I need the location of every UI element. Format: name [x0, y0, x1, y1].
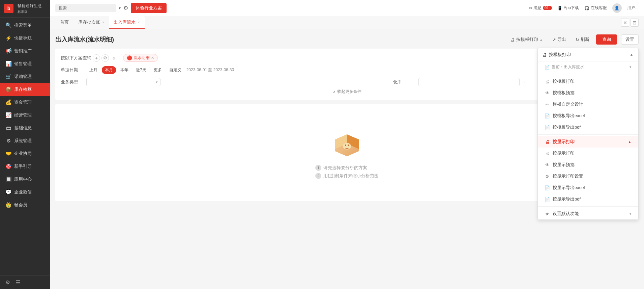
- logo-text: 畅捷通好生意: [18, 3, 42, 9]
- empty-tips: 1 请先选择要分析的方案 2 用[过滤]条件来缩小分析范围: [315, 165, 378, 181]
- biz-type-select[interactable]: [86, 78, 160, 86]
- sidebar-item-search[interactable]: 🔍 搜索菜单: [0, 19, 50, 32]
- dropdown-item-display-print[interactable]: 🖨 按显示打印: [538, 148, 638, 159]
- sidebar-item-basic[interactable]: 🗃 基础信息: [0, 122, 50, 134]
- cooperation-icon: 🤝: [5, 151, 11, 157]
- export-button[interactable]: ↗ 导出: [550, 35, 569, 44]
- sidebar: b 畅捷通好生意 标准版 🔍 搜索菜单 ⚡ 快捷导航 📢 营销推广 📊 销售管理…: [0, 0, 50, 289]
- sidebar-item-marketing[interactable]: 📢 营销推广: [0, 45, 50, 57]
- sidebar-item-finance[interactable]: 💰 资金管理: [0, 96, 50, 109]
- template-custom-icon: ✏: [545, 102, 550, 107]
- sidebar-item-member[interactable]: 👑 畅会员: [0, 199, 50, 211]
- display-preview-icon: 👁: [545, 162, 550, 167]
- filter-collapse-button[interactable]: «: [110, 54, 118, 62]
- set-default-icon: ★: [545, 211, 550, 216]
- empty-tip-2: 2 用[过滤]条件来缩小分析范围: [315, 173, 378, 179]
- sidebar-item-operation[interactable]: 📈 经营管理: [0, 109, 50, 122]
- message-icon: ✉: [529, 6, 532, 10]
- sidebar-item-cooperation[interactable]: 🤝 企业协同: [0, 147, 50, 160]
- filter-tag-close[interactable]: ✕: [151, 56, 154, 60]
- system-icon: ⚙: [5, 138, 11, 144]
- dropdown-item-display-excel[interactable]: 📄 按显示导出excel: [538, 182, 638, 193]
- dropdown-item-template-preview[interactable]: 👁 按模板预览: [538, 87, 638, 99]
- dropdown-current: 📄 当前：出入库流水 ▾: [538, 61, 638, 73]
- template-print-icon: 🖨: [545, 79, 550, 84]
- warehouse-label: 仓库: [393, 79, 413, 85]
- sidebar-item-purchase[interactable]: 🛒 采购管理: [0, 70, 50, 83]
- operation-icon: 📈: [5, 112, 11, 118]
- dropdown-item-set-default[interactable]: ★ 设置默认功能 ▾: [538, 208, 638, 219]
- topbar-search-input[interactable]: [55, 4, 116, 12]
- template-excel-icon: 📄: [545, 113, 550, 119]
- dropdown-section-display[interactable]: 🖨 按显示打印 ▲: [538, 136, 638, 148]
- warehouse-more-icon[interactable]: ···: [522, 79, 527, 85]
- search-nav-icon: 🔍: [5, 22, 11, 28]
- topbar-dropdown-arrow[interactable]: ▾: [119, 6, 121, 10]
- industry-solution-button[interactable]: 体验行业方案: [131, 3, 167, 13]
- sidebar-item-system[interactable]: ⚙ 系统管理: [0, 134, 50, 147]
- tab-home[interactable]: 首页: [55, 16, 74, 29]
- date-quick-buttons: 上月 本月 本年 近7天 更多 自定义: [86, 66, 184, 74]
- dropdown-item-template-excel[interactable]: 📄 按模板导出excel: [538, 110, 638, 122]
- page-header: 出入库流水(流水明细) 🖨 按模板打印 ▲ ↗ 导出 ↻ 刷新: [55, 34, 639, 45]
- tab-batch[interactable]: 库存批次账 ×: [74, 16, 109, 29]
- guide-icon: 🎯: [5, 163, 11, 169]
- filter-setting-button[interactable]: ⚙: [101, 54, 109, 62]
- sidebar-item-sales[interactable]: 📊 销售管理: [0, 57, 50, 70]
- sidebar-item-inventory[interactable]: 📦 库存核算: [0, 83, 50, 96]
- setup-button[interactable]: 设置: [621, 34, 639, 45]
- warehouse-input[interactable]: [418, 78, 520, 86]
- wechat-icon: 💬: [5, 189, 11, 195]
- sidebar-settings-icon[interactable]: ⚙: [5, 279, 10, 286]
- refresh-button[interactable]: ↻ 刷新: [573, 35, 592, 44]
- set-default-arrow: ▾: [630, 212, 632, 216]
- topbar-online-service[interactable]: 🎧 在线客服: [584, 5, 607, 11]
- tabs-bar: 首页 库存批次账 × 出入库流水 × ✕ ⊡: [50, 16, 644, 29]
- query-button[interactable]: 查询: [596, 34, 617, 45]
- page-title: 出入库流水(流水明细): [55, 35, 114, 44]
- topbar-messages[interactable]: ✉ 消息 99+: [529, 5, 552, 11]
- dropdown-item-display-pdf[interactable]: 📄 按显示导出pdf: [538, 193, 638, 205]
- tab-flow[interactable]: 出入库流水 ×: [109, 16, 144, 29]
- purchase-icon: 🛒: [5, 74, 11, 80]
- message-label: 消息: [533, 5, 541, 11]
- sidebar-item-apps[interactable]: 🔲 应用中心: [0, 173, 50, 186]
- tab-flow-close[interactable]: ×: [138, 20, 140, 24]
- phone-icon: 📱: [557, 6, 562, 10]
- date-btn-last-month[interactable]: 上月: [86, 66, 100, 74]
- topbar-app-download[interactable]: 📱 App下载: [557, 5, 579, 11]
- display-excel-icon: 📄: [545, 185, 550, 190]
- filter-add-button[interactable]: +: [93, 54, 100, 62]
- dropdown-item-display-settings[interactable]: ⚙ 按显示打印设置: [538, 170, 638, 182]
- sidebar-menu-icon[interactable]: ☰: [16, 279, 20, 286]
- dropdown-collapse-arrow[interactable]: ▲: [630, 52, 634, 57]
- dropdown-item-template-custom[interactable]: ✏ 模板自定义设计: [538, 99, 638, 110]
- username-label: 用户...: [627, 5, 639, 11]
- tab-batch-close[interactable]: ×: [102, 20, 104, 24]
- print-dropdown-arrow: ▲: [539, 38, 543, 42]
- date-btn-this-month[interactable]: 本月: [102, 66, 116, 74]
- marketing-icon: 📢: [5, 48, 11, 54]
- date-btn-last7[interactable]: 近7天: [133, 66, 149, 74]
- display-section-arrow: ▲: [628, 140, 632, 144]
- user-avatar[interactable]: 👤: [612, 3, 622, 13]
- dropdown-item-template-print[interactable]: 🖨 按模板打印: [538, 76, 638, 87]
- tab-expand-button[interactable]: ⊡: [631, 19, 639, 27]
- biz-type-label: 业务类型: [61, 79, 81, 85]
- dropdown-item-template-pdf[interactable]: 📄 按模板导出pdf: [538, 122, 638, 133]
- dropdown-item-display-preview[interactable]: 👁 按显示预览: [538, 159, 638, 170]
- sidebar-item-wechat[interactable]: 💬 企业微信: [0, 186, 50, 199]
- sidebar-item-guide[interactable]: 🎯 新手引导: [0, 160, 50, 173]
- print-template-button[interactable]: 🖨 按模板打印 ▲: [508, 35, 546, 44]
- topbar-gear-icon[interactable]: ⚙: [123, 5, 128, 11]
- date-btn-this-year[interactable]: 本年: [117, 66, 131, 74]
- svg-point-4: [345, 144, 346, 146]
- date-btn-more[interactable]: 更多: [151, 66, 165, 74]
- date-range-text: 2023-06-01 至 2023-06-30: [186, 67, 234, 73]
- tab-close-all-button[interactable]: ✕: [621, 19, 629, 27]
- date-btn-custom[interactable]: 自定义: [166, 66, 184, 74]
- sidebar-item-quick-nav[interactable]: ⚡ 快捷导航: [0, 32, 50, 45]
- filter-tag-icon: 🔴: [127, 55, 132, 60]
- topbar: ▾ ⚙ 体验行业方案 ✉ 消息 99+ 📱 App下载 🎧 在线客服 👤 用户.…: [50, 0, 644, 16]
- collapse-button[interactable]: ∧ 收起更多条件: [333, 89, 361, 95]
